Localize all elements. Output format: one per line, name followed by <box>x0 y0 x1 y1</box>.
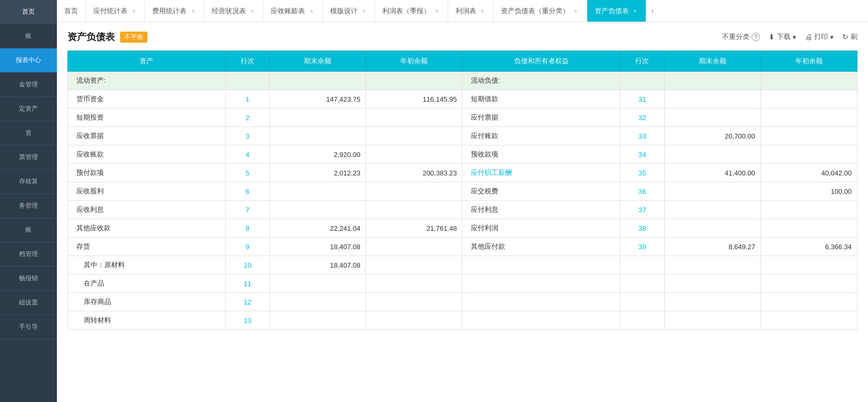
table-row: 在产品 11 <box>68 274 857 293</box>
tab-operation-status[interactable]: 经营状况表 × <box>204 0 263 22</box>
tab-close-income[interactable]: × <box>479 7 486 15</box>
table-row: 其他应收款 8 22,241.04 21,761.48 应付利润 38 <box>68 219 857 238</box>
tab-scroll-right[interactable]: › <box>646 0 659 22</box>
tab-ap-summary[interactable]: 应付统计表 × <box>86 0 145 22</box>
sidebar-item-archive[interactable]: 档管理 <box>0 242 57 267</box>
tab-close-expense-summary[interactable]: × <box>190 7 196 15</box>
sidebar-item-cash[interactable]: 金管理 <box>0 73 57 97</box>
header-left-row: 行次 <box>225 51 269 72</box>
tab-close-income-quarterly[interactable]: × <box>433 7 440 15</box>
table-row: 预付款项 5 2,012.23 200,383.23 应付职工薪酬 35 41,… <box>68 164 857 182</box>
tab-income-quarterly[interactable]: 利润表（季报） × <box>375 0 448 22</box>
table-row: 货币资金 1 147,423.75 116,145.95 短期借款 31 <box>68 90 857 109</box>
table-row: 短期投资 2 应付票据 32 <box>68 109 857 127</box>
page-header: 资产负债表 不平衡 不重分类 ? ⬇ 下载 ▾ 🖨 打印 ▾ <box>67 31 857 43</box>
table-row: 存货 9 18,407.08 其他应付款 39 8,649.27 6,366.3… <box>68 238 857 256</box>
sidebar-item-investment[interactable]: 资 <box>0 121 57 145</box>
tab-ar-aging[interactable]: 应收账龄表 × <box>263 0 322 22</box>
sidebar-item-guide[interactable]: 手引导 <box>0 315 57 339</box>
header-left-asset: 资产 <box>68 51 226 72</box>
section-current-assets: 流动资产: 流动负债: <box>68 72 857 90</box>
table-row: 应收利息 7 应付利息 37 <box>68 201 857 219</box>
download-chevron-icon: ▾ <box>793 33 796 41</box>
tab-balance-reclassified[interactable]: 资产负债表（重分类） × <box>494 0 587 22</box>
header-right-begin: 年初余额 <box>761 51 857 72</box>
table-row: 应收股利 6 应交税费 36 100.00 <box>68 182 857 201</box>
tab-close-ap-summary[interactable]: × <box>131 7 137 15</box>
header-actions: 不重分类 ? ⬇ 下载 ▾ 🖨 打印 ▾ ↻ 刷 <box>722 32 857 42</box>
help-icon[interactable]: ? <box>752 33 760 41</box>
table-row: 周转材料 13 <box>68 311 857 330</box>
page-title: 资产负债表 <box>67 31 115 43</box>
download-button[interactable]: ⬇ 下载 ▾ <box>768 32 796 42</box>
print-chevron-icon: ▾ <box>830 33 834 41</box>
header-right-row: 行次 <box>620 51 664 72</box>
table-row: 其中：原材料 10 18,407.08 <box>68 256 857 274</box>
table-row: 应收票据 3 应付账款 33 20,700.00 <box>68 127 857 145</box>
sidebar-item-fixed-assets[interactable]: 定资产 <box>0 97 57 121</box>
refresh-button[interactable]: ↻ 刷 <box>842 32 857 42</box>
main-area: 首页 应付统计表 × 费用统计表 × 经营状况表 × 应收账龄表 × 模版设计 … <box>57 0 868 402</box>
section-left-label: 流动资产: <box>68 72 226 90</box>
table-row: 应收账款 4 2,920.00 预收款项 34 <box>68 145 857 164</box>
content-area: 资产负债表 不平衡 不重分类 ? ⬇ 下载 ▾ 🖨 打印 ▾ <box>57 22 868 402</box>
tab-income[interactable]: 利润表 × <box>448 0 494 22</box>
sidebar: 首页 账 报表中心 金管理 定资产 资 票管理 存核算 务管理 账 档管理 畅报… <box>0 0 57 402</box>
sidebar-item-tax[interactable]: 务管理 <box>0 194 57 218</box>
sidebar-item-inventory[interactable]: 存核算 <box>0 170 57 194</box>
sidebar-item-settings[interactable]: 础设置 <box>0 291 57 315</box>
tab-close-operation-status[interactable]: × <box>249 7 255 15</box>
unbalanced-badge: 不平衡 <box>120 32 147 43</box>
tab-close-balance-reclassified[interactable]: × <box>573 7 579 15</box>
tab-balance[interactable]: 资产负债表 × <box>587 0 646 22</box>
header-right-end: 期末余额 <box>664 51 761 72</box>
tab-home[interactable]: 首页 <box>57 0 86 22</box>
tab-bar: 首页 应付统计表 × 费用统计表 × 经营状况表 × 应收账龄表 × 模版设计 … <box>57 0 868 22</box>
tab-close-ar-aging[interactable]: × <box>308 7 314 15</box>
page-title-group: 资产负债表 不平衡 <box>67 31 147 43</box>
sidebar-item-bills[interactable]: 票管理 <box>0 145 57 170</box>
header-right-liability: 负债和所有者权益 <box>462 51 620 72</box>
tab-template-design[interactable]: 模版设计 × <box>323 0 375 22</box>
balance-sheet-table: 资产 行次 期末余额 年初余额 负债和所有者权益 行次 期末余额 年初余额 流动… <box>67 51 857 330</box>
header-left-begin: 年初余额 <box>366 51 462 72</box>
print-icon: 🖨 <box>805 33 812 41</box>
refresh-icon: ↻ <box>842 33 849 41</box>
sidebar-item-expense[interactable]: 畅报销 <box>0 267 57 291</box>
table-row: 库存商品 12 <box>68 293 857 311</box>
sidebar-item-reports[interactable]: 报表中心 <box>0 48 57 73</box>
tab-close-balance[interactable]: × <box>632 7 638 15</box>
print-button[interactable]: 🖨 打印 ▾ <box>805 32 834 42</box>
header-left-end: 期末余额 <box>270 51 366 72</box>
section-right-label: 流动负债: <box>462 72 620 90</box>
sidebar-item-account[interactable]: 账 <box>0 218 57 242</box>
sidebar-item-home[interactable]: 首页 <box>0 0 57 24</box>
classify-toggle[interactable]: 不重分类 ? <box>722 32 760 42</box>
tab-close-template-design[interactable]: × <box>361 7 367 15</box>
sidebar-item-ledger[interactable]: 账 <box>0 24 57 48</box>
tab-expense-summary[interactable]: 费用统计表 × <box>145 0 204 22</box>
download-icon: ⬇ <box>768 33 775 41</box>
